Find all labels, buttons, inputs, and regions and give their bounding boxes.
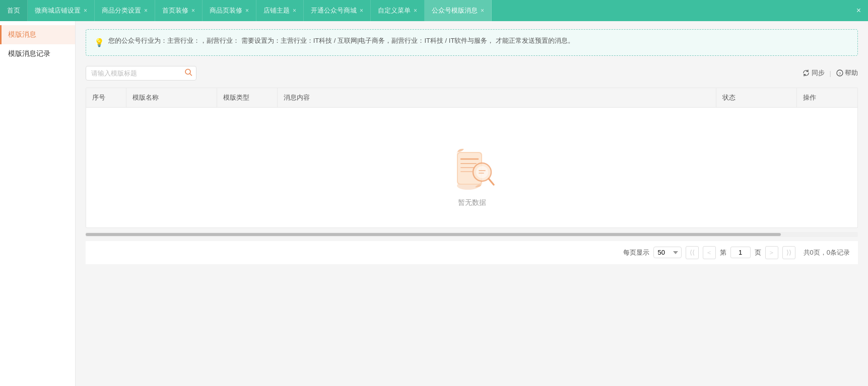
notice-box: 💡 您的公众号行业为：主营行业：，副营行业： 需要设置为：主营行业：IT科技 /…	[86, 29, 858, 56]
th-type: 模版类型	[217, 88, 278, 107]
empty-illustration	[442, 138, 502, 198]
nav-tab-store-settings-label: 微商城店铺设置	[35, 6, 81, 15]
sidebar-item-template-msg-label: 模版消息	[8, 30, 36, 38]
close-home-decoration-icon[interactable]: ×	[191, 8, 195, 14]
search-button[interactable]	[184, 68, 192, 78]
table-header: 序号 模版名称 模版类型 消息内容 状态 操作	[86, 88, 857, 108]
svg-line-13	[489, 179, 494, 185]
nav-tab-open-mall[interactable]: 开通公众号商城 ×	[304, 0, 371, 21]
pagination-summary: 共0页，0条记录	[804, 248, 850, 257]
close-custom-menu-icon[interactable]: ×	[414, 8, 417, 14]
empty-state: 暂无数据	[86, 108, 857, 227]
nav-tab-product-decoration[interactable]: 商品页装修 ×	[203, 0, 256, 21]
horizontal-scrollbar[interactable]	[86, 232, 858, 237]
sync-icon	[803, 69, 810, 76]
search-icon	[184, 68, 192, 76]
nav-tab-store-settings[interactable]: 微商城店铺设置 ×	[28, 0, 95, 21]
sidebar: 模版消息 模版消息记录	[0, 21, 76, 386]
svg-point-12	[476, 166, 488, 178]
th-action: 操作	[797, 88, 857, 107]
nav-tab-home-label: 首页	[7, 6, 20, 15]
page-label: 页	[755, 248, 761, 257]
sidebar-item-template-msg-log[interactable]: 模版消息记录	[0, 44, 75, 63]
nav-tab-home-decoration-label: 首页装修	[162, 6, 188, 15]
nav-tab-category-settings-label: 商品分类设置	[102, 6, 141, 15]
th-content: 消息内容	[278, 88, 716, 107]
svg-line-1	[190, 74, 192, 76]
help-button[interactable]: ? 帮助	[836, 68, 858, 78]
nav-tab-product-decoration-label: 商品页装修	[210, 6, 242, 15]
notice-prefix: 您的公众号行业为：主营行业：，副营行业：	[108, 37, 239, 44]
th-status: 状态	[716, 88, 797, 107]
pagination: 每页显示 10 20 50 100 ⟨⟨ ＜ 第 页 ＞ ⟩⟩ 共0页，0条记录	[86, 241, 858, 264]
close-open-mall-icon[interactable]: ×	[360, 8, 363, 14]
nav-tab-category-settings[interactable]: 商品分类设置 ×	[95, 0, 155, 21]
page-di-label: 第	[720, 248, 726, 257]
th-index: 序号	[86, 88, 126, 107]
nav-tab-template-msg[interactable]: 公众号模版消息 ×	[425, 0, 492, 21]
notice-lightbulb-icon: 💡	[94, 36, 104, 49]
nav-tab-open-mall-label: 开通公众号商城	[311, 6, 357, 15]
search-bar: 同步 | ? 帮助	[86, 66, 858, 81]
main-content: 💡 您的公众号行业为：主营行业：，副营行业： 需要设置为：主营行业：IT科技 /…	[76, 21, 868, 386]
prev-page-button[interactable]: ＜	[703, 246, 716, 259]
sidebar-item-template-msg-log-label: 模版消息记录	[8, 49, 50, 57]
nav-tab-store-theme-label: 店铺主题	[263, 6, 290, 15]
search-input[interactable]	[86, 66, 196, 81]
search-left	[86, 66, 196, 81]
nav-tab-custom-menu[interactable]: 自定义菜单 ×	[371, 0, 425, 21]
top-navigation: 首页 微商城店铺设置 × 商品分类设置 × 首页装修 × 商品页装修 × 店铺主…	[0, 0, 868, 21]
help-label: 帮助	[845, 68, 858, 78]
page-number-input[interactable]	[730, 247, 751, 258]
empty-text: 暂无数据	[458, 198, 486, 207]
main-layout: 模版消息 模版消息记录 💡 您的公众号行业为：主营行业：，副营行业： 需要设置为…	[0, 21, 868, 386]
search-right: 同步 | ? 帮助	[803, 68, 858, 78]
nav-tab-custom-menu-label: 自定义菜单	[378, 6, 411, 15]
notice-text: 您的公众号行业为：主营行业：，副营行业： 需要设置为：主营行业：IT科技 / 互…	[108, 36, 574, 46]
last-page-button[interactable]: ⟩⟩	[782, 246, 795, 259]
close-product-decoration-icon[interactable]: ×	[245, 8, 249, 14]
nav-tab-home[interactable]: 首页	[0, 0, 28, 21]
nav-tab-template-msg-label: 公众号模版消息	[432, 6, 478, 15]
data-table: 序号 模版名称 模版类型 消息内容 状态 操作	[86, 88, 858, 228]
divider: |	[830, 69, 831, 77]
nav-tab-home-decoration[interactable]: 首页装修 ×	[155, 0, 203, 21]
help-icon: ?	[836, 69, 843, 76]
th-name: 模版名称	[126, 88, 217, 107]
close-all-tabs-button[interactable]: ×	[849, 6, 868, 15]
scrollbar-thumb[interactable]	[86, 233, 781, 236]
close-store-settings-icon[interactable]: ×	[84, 8, 87, 14]
sync-button[interactable]: 同步	[803, 68, 825, 78]
sidebar-item-template-msg[interactable]: 模版消息	[0, 25, 75, 44]
page-size-label: 每页显示	[623, 248, 649, 257]
close-store-theme-icon[interactable]: ×	[293, 8, 296, 14]
notice-highlight: 需要设置为：主营行业：IT科技 / 互联网|电子商务，副营行业：IT科技 / I…	[241, 37, 494, 44]
svg-text:?: ?	[839, 71, 841, 76]
nav-tab-store-theme[interactable]: 店铺主题 ×	[256, 0, 304, 21]
close-template-msg-icon[interactable]: ×	[481, 8, 484, 14]
close-category-settings-icon[interactable]: ×	[144, 8, 148, 14]
first-page-button[interactable]: ⟨⟨	[686, 246, 699, 259]
notice-suffix: 才能正常发送预置的消息。	[496, 37, 574, 44]
page-size-select[interactable]: 10 20 50 100	[653, 247, 682, 258]
search-input-wrap	[86, 66, 196, 81]
sync-label: 同步	[812, 68, 825, 78]
next-page-button[interactable]: ＞	[765, 246, 778, 259]
